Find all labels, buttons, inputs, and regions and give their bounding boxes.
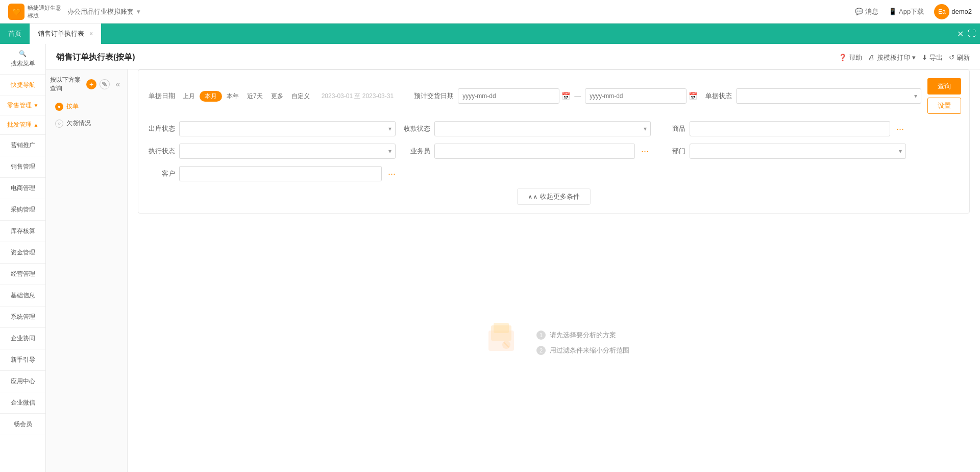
dept-label: 部门 — [657, 147, 685, 156]
logo-icon: 🧡 — [8, 4, 24, 20]
sidebar-item-retail[interactable]: 零售管理 ▼ — [0, 96, 45, 115]
exec-status-select[interactable] — [179, 144, 396, 159]
quick-nav-label: 快捷导航 — [11, 81, 35, 89]
date-btn-last-month[interactable]: 上月 — [179, 91, 199, 102]
out-status-label: 出库状态 — [146, 124, 175, 133]
scheme-active-icon: ● — [55, 103, 63, 111]
status-select[interactable] — [736, 88, 921, 104]
sidebar-quick-nav[interactable]: 快捷导航 — [0, 75, 45, 96]
collect-status-label: 收款状态 — [402, 124, 430, 133]
export-icon: ⬇ — [922, 54, 927, 61]
sidebar-item-wholesale[interactable]: 批发管理 ▲ — [0, 115, 45, 135]
date-btn-7days[interactable]: 近7天 — [243, 91, 266, 102]
customer-input[interactable] — [179, 166, 382, 181]
scheme-add-btn[interactable]: + — [86, 79, 96, 89]
customer-label: 客户 — [146, 169, 175, 178]
calendar-from-icon[interactable]: 📅 — [561, 92, 570, 100]
date-label: 单据日期 — [146, 91, 175, 101]
avatar: Ea — [934, 4, 949, 19]
chevron-up-icon: ▲ — [34, 122, 39, 128]
out-status-select[interactable] — [179, 121, 396, 136]
user-profile[interactable]: Ea demo2 — [934, 4, 972, 19]
message-action[interactable]: 💬 消息 — [855, 7, 878, 16]
out-status-select-wrapper — [179, 121, 396, 136]
exec-status-label: 执行状态 — [146, 147, 175, 156]
date-btn-this-month[interactable]: 本月 — [200, 91, 222, 102]
status-select-wrapper — [736, 88, 921, 104]
help-icon: ❓ — [839, 54, 847, 61]
sidebar-item-marketing[interactable]: 营销推广 — [0, 135, 45, 156]
refresh-icon: ↺ — [949, 54, 954, 61]
refresh-btn[interactable]: ↺ 刷新 — [949, 53, 970, 62]
empty-hint-num-1: 1 — [536, 331, 546, 340]
dept-select-wrapper — [690, 144, 906, 159]
goods-dots-icon[interactable]: ··· — [894, 124, 906, 133]
sidebar-item-business[interactable]: 经营管理 — [0, 264, 45, 285]
sidebar-item-basics[interactable]: 基础信息 — [0, 285, 45, 306]
collect-status-select[interactable] — [434, 121, 651, 136]
sidebar-search[interactable]: 🔍 搜索菜单 — [0, 44, 45, 75]
print-btn[interactable]: 🖨 按模板打印 ▾ — [868, 53, 916, 62]
empty-state-icon — [478, 315, 524, 371]
sidebar-item-sales[interactable]: 销售管理 — [0, 156, 45, 178]
customer-dots-icon[interactable]: ··· — [386, 169, 398, 178]
sidebar-item-inventory[interactable]: 库存核算 — [0, 221, 45, 242]
salesperson-label: 业务员 — [402, 147, 430, 156]
scheme-panel: 按以下方案查询 + ✎ « ● 按单 ○ 欠货情况 — [46, 69, 128, 472]
tab-close-icon[interactable]: × — [89, 30, 93, 37]
scheme-inactive-icon: ○ — [55, 120, 63, 128]
breadcrumb: 办公用品行业模拟账套 ▾ — [67, 7, 140, 16]
goods-label: 商品 — [657, 124, 685, 133]
scheme-edit-btn[interactable]: ✎ — [100, 79, 110, 89]
dept-select[interactable] — [690, 144, 906, 159]
scheme-item-按单[interactable]: ● 按单 — [50, 98, 123, 115]
expected-date-label: 预计交货日期 — [414, 91, 454, 101]
tab-home[interactable]: 首页 — [0, 23, 30, 44]
sidebar-item-app-center[interactable]: 应用中心 — [0, 371, 45, 392]
breadcrumb-dropdown-icon[interactable]: ▾ — [137, 8, 140, 15]
export-btn[interactable]: ⬇ 导出 — [922, 53, 943, 62]
scheme-item-欠货情况[interactable]: ○ 欠货情况 — [50, 115, 123, 132]
status-label: 单据状态 — [703, 91, 732, 101]
date-from-wrapper: 📅 — [458, 88, 570, 104]
sidebar-item-member[interactable]: 畅会员 — [0, 414, 45, 435]
date-from-input[interactable] — [458, 88, 559, 104]
sidebar-item-system[interactable]: 系统管理 — [0, 306, 45, 328]
date-btn-this-year[interactable]: 本年 — [223, 91, 242, 102]
tab-active[interactable]: 销售订单执行表 × — [30, 23, 101, 44]
scheme-collapse-btn[interactable]: « — [113, 79, 123, 89]
date-to-wrapper: 📅 — [585, 88, 697, 104]
date-range-hint: 2023-03-01 至 2023-03-31 — [322, 92, 394, 101]
query-button[interactable]: 查询 — [927, 78, 961, 95]
date-separator: — — [574, 92, 581, 100]
sidebar-item-purchase[interactable]: 采购管理 — [0, 199, 45, 221]
collapse-filter-btn[interactable]: ∧∧ 收起更多条件 — [517, 188, 591, 205]
salesperson-dots-icon[interactable]: ··· — [639, 147, 651, 156]
salesperson-input[interactable] — [434, 144, 635, 159]
scheme-panel-title: 按以下方案查询 — [50, 76, 86, 93]
app-download-action[interactable]: 📱 App下载 — [889, 7, 924, 16]
chevron-down-icon: ▼ — [34, 103, 39, 108]
page-title: 销售订单执行表(按单) — [56, 52, 135, 63]
empty-hint-num-2: 2 — [536, 346, 546, 355]
empty-state-text: 1 请先选择要分析的方案 2 用过滤条件来缩小分析范围 — [536, 331, 629, 355]
phone-icon: 📱 — [889, 8, 897, 15]
logo-text: 畅捷通好生意 标版 — [28, 4, 61, 19]
date-to-input[interactable] — [585, 88, 687, 104]
settings-button[interactable]: 设置 — [927, 98, 961, 114]
print-icon: 🖨 — [868, 54, 875, 61]
calendar-to-icon[interactable]: 📅 — [689, 92, 697, 100]
sidebar-item-corp-wechat[interactable]: 企业微信 — [0, 392, 45, 414]
sidebar-item-corp-collab[interactable]: 企业协同 — [0, 328, 45, 349]
sidebar-item-new-guide[interactable]: 新手引导 — [0, 349, 45, 371]
date-btn-more[interactable]: 更多 — [267, 91, 287, 102]
tab-close-window-icon[interactable]: ✕ — [957, 29, 964, 39]
help-btn[interactable]: ❓ 帮助 — [839, 53, 862, 62]
tab-expand-icon[interactable]: ⛶ — [968, 29, 976, 38]
exec-status-select-wrapper — [179, 144, 396, 159]
collapse-icon: ∧∧ — [528, 193, 538, 201]
sidebar-item-finance[interactable]: 资金管理 — [0, 242, 45, 264]
sidebar-item-ecommerce[interactable]: 电商管理 — [0, 178, 45, 199]
goods-input[interactable] — [690, 121, 890, 136]
date-btn-custom[interactable]: 自定义 — [288, 91, 313, 102]
